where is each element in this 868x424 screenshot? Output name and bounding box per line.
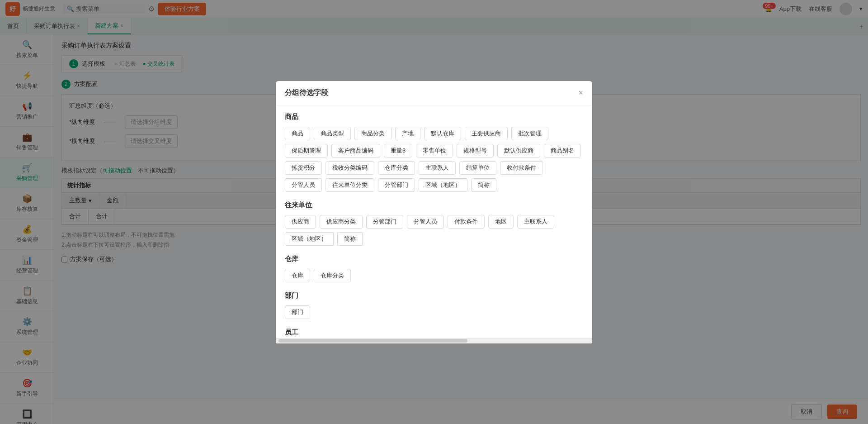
field-group-title: 商品 <box>285 113 583 121</box>
field-tag[interactable]: 主联系人 <box>419 161 456 175</box>
field-tag[interactable]: 分管部门 <box>378 178 415 192</box>
field-tag[interactable]: 收付款条件 <box>500 161 543 175</box>
modal-overlay: 分组待选字段 × 商品商品商品类型商品分类产地默认仓库主要供应商批次管理保质期管… <box>0 0 868 424</box>
field-tag[interactable]: 客户商品编码 <box>331 144 380 157</box>
modal-title: 分组待选字段 <box>285 88 328 98</box>
field-tag[interactable]: 拣货积分 <box>285 161 322 175</box>
modal-horizontal-scrollbar[interactable] <box>276 338 592 343</box>
field-tag[interactable]: 区域（地区） <box>285 232 334 246</box>
field-group-往来单位: 往来单位供应商供应商分类分管部门分管人员付款条件地区主联系人区域（地区）简称 <box>285 201 583 246</box>
field-tag[interactable]: 保质期管理 <box>285 144 328 157</box>
field-tags: 供应商供应商分类分管部门分管人员付款条件地区主联系人区域（地区）简称 <box>285 215 583 246</box>
field-tag[interactable]: 批次管理 <box>511 127 548 140</box>
field-tag[interactable]: 分管人员 <box>285 178 322 192</box>
field-tag[interactable]: 分管部门 <box>366 215 403 229</box>
field-tag[interactable]: 主联系人 <box>517 215 554 229</box>
field-group-部门: 部门部门 <box>285 291 583 319</box>
field-tags: 部门 <box>285 305 583 319</box>
field-tags: 仓库仓库分类 <box>285 269 583 282</box>
field-tag[interactable]: 税收分类编码 <box>326 161 374 175</box>
field-tag[interactable]: 往来单位分类 <box>326 178 374 192</box>
field-group-员工: 员工业务员 <box>285 328 583 338</box>
modal-hscroll-thumb <box>278 339 467 343</box>
field-tag[interactable]: 产地 <box>395 127 420 140</box>
field-tag[interactable]: 地区 <box>488 215 514 229</box>
field-group-title: 员工 <box>285 328 583 337</box>
field-tag[interactable]: 简称 <box>337 232 363 246</box>
field-tag[interactable]: 规格型号 <box>457 144 494 157</box>
field-tag[interactable]: 默认仓库 <box>424 127 461 140</box>
field-tag[interactable]: 部门 <box>285 305 310 319</box>
modal-close-button[interactable]: × <box>578 88 583 98</box>
field-tag[interactable]: 仓库分类 <box>378 161 415 175</box>
field-tag[interactable]: 供应商分类 <box>320 215 363 229</box>
field-group-仓库: 仓库仓库仓库分类 <box>285 255 583 282</box>
field-tag[interactable]: 商品类型 <box>314 127 351 140</box>
field-tag[interactable]: 商品分类 <box>354 127 392 140</box>
field-group-title: 往来单位 <box>285 201 583 210</box>
field-tag[interactable]: 商品 <box>285 127 310 140</box>
field-tag[interactable]: 默认供应商 <box>497 144 540 157</box>
field-tag[interactable]: 区域（地区） <box>419 178 467 192</box>
field-tags: 商品商品类型商品分类产地默认仓库主要供应商批次管理保质期管理客户商品编码重量3零… <box>285 127 583 192</box>
field-tag[interactable]: 简称 <box>471 178 496 192</box>
modal-body[interactable]: 商品商品商品类型商品分类产地默认仓库主要供应商批次管理保质期管理客户商品编码重量… <box>276 105 592 338</box>
field-group-title: 仓库 <box>285 255 583 263</box>
field-tag[interactable]: 零售单位 <box>416 144 453 157</box>
field-tag[interactable]: 仓库 <box>285 269 310 282</box>
field-tag[interactable]: 主要供应商 <box>465 127 508 140</box>
field-tag[interactable]: 仓库分类 <box>314 269 351 282</box>
field-tag[interactable]: 分管人员 <box>407 215 444 229</box>
field-tag[interactable]: 重量3 <box>384 144 412 157</box>
field-tag[interactable]: 商品别名 <box>544 144 581 157</box>
modal-header: 分组待选字段 × <box>276 81 592 105</box>
field-group-商品: 商品商品商品类型商品分类产地默认仓库主要供应商批次管理保质期管理客户商品编码重量… <box>285 113 583 192</box>
field-tag[interactable]: 付款条件 <box>448 215 485 229</box>
modal: 分组待选字段 × 商品商品商品类型商品分类产地默认仓库主要供应商批次管理保质期管… <box>276 81 592 343</box>
field-group-title: 部门 <box>285 291 583 300</box>
field-tag[interactable]: 供应商 <box>285 215 316 229</box>
field-tag[interactable]: 结算单位 <box>459 161 496 175</box>
